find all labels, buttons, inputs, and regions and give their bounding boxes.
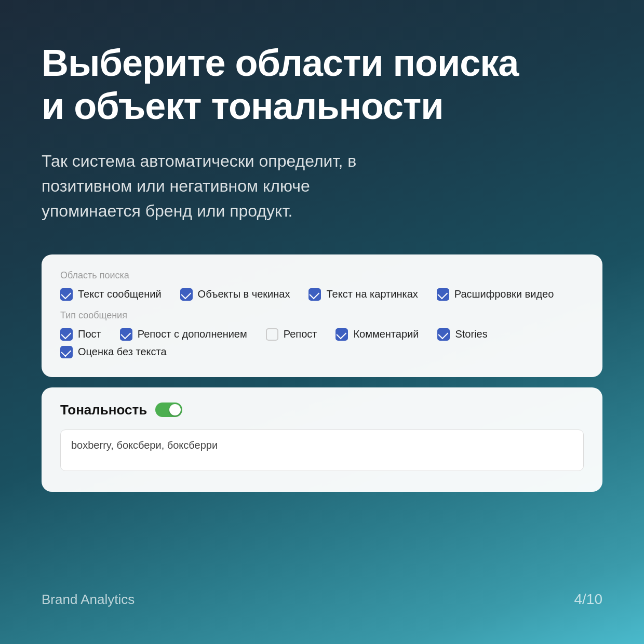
page-background: Выберите области поиска и объект тональн… (0, 0, 644, 644)
footer: Brand Analytics 4/10 (42, 591, 602, 608)
checkbox-objects-checkins[interactable]: Объекты в чекинах (180, 288, 290, 301)
page-counter: 4/10 (574, 591, 603, 608)
checkbox-post-label: Пост (78, 328, 101, 340)
checkbox-repost-addition-label: Репост с дополнением (138, 328, 247, 340)
tonality-input[interactable]: boxberry, боксбери, боксберри (60, 430, 584, 471)
checkbox-rating-no-text-box[interactable] (60, 346, 73, 358)
checkbox-post[interactable]: Пост (60, 328, 101, 341)
checkbox-text-images-label: Текст на картинках (326, 288, 418, 300)
tonality-header: Тональность (60, 402, 584, 418)
section1-items-row: Текст сообщений Объекты в чекинах Текст … (60, 288, 584, 301)
search-area-card: Область поиска Текст сообщений Объекты в… (42, 254, 602, 377)
section2-items-row: Пост Репост с дополнением Репост Коммент… (60, 328, 584, 341)
checkbox-text-images-box[interactable] (308, 288, 321, 301)
page-title: Выберите области поиска и объект тональн… (42, 42, 602, 128)
checkbox-text-messages-box[interactable] (60, 288, 73, 301)
checkbox-repost-addition[interactable]: Репост с дополнением (120, 328, 247, 341)
checkbox-text-messages-label: Текст сообщений (78, 288, 162, 300)
checkbox-video-transcripts-label: Расшифровки видео (454, 288, 554, 300)
checkbox-rating-no-text[interactable]: Оценка без текста (60, 346, 167, 358)
checkbox-repost[interactable]: Репост (266, 328, 317, 341)
checkbox-comment-box[interactable] (336, 328, 348, 341)
checkbox-video-transcripts[interactable]: Расшифровки видео (437, 288, 554, 301)
section2-extra-row: Оценка без текста (60, 346, 584, 358)
tonality-title: Тональность (60, 402, 147, 418)
checkbox-post-box[interactable] (60, 328, 73, 341)
checkbox-comment-label: Комментарий (353, 328, 419, 340)
brand-name: Brand Analytics (42, 592, 135, 608)
section2-label: Тип сообщения (60, 310, 584, 321)
tonality-card: Тональность boxberry, боксбери, боксберр… (42, 387, 602, 492)
checkbox-repost-label: Репост (284, 328, 317, 340)
checkbox-objects-checkins-label: Объекты в чекинах (198, 288, 290, 300)
checkbox-stories[interactable]: Stories (437, 328, 487, 341)
checkbox-repost-box[interactable] (266, 328, 278, 341)
checkbox-repost-addition-box[interactable] (120, 328, 132, 341)
checkbox-comment[interactable]: Комментарий (336, 328, 419, 341)
tonality-toggle[interactable] (155, 403, 182, 417)
checkbox-stories-box[interactable] (437, 328, 450, 341)
section1-label: Область поиска (60, 270, 584, 281)
cards-area: Область поиска Текст сообщений Объекты в… (42, 254, 602, 565)
page-subtitle: Так система автоматически определит, в п… (42, 149, 405, 223)
checkbox-rating-no-text-label: Оценка без текста (78, 346, 167, 358)
checkbox-video-transcripts-box[interactable] (437, 288, 449, 301)
checkbox-text-images[interactable]: Текст на картинках (308, 288, 418, 301)
checkbox-text-messages[interactable]: Текст сообщений (60, 288, 162, 301)
toggle-knob (169, 404, 181, 415)
checkbox-objects-checkins-box[interactable] (180, 288, 193, 301)
checkbox-stories-label: Stories (455, 328, 487, 340)
